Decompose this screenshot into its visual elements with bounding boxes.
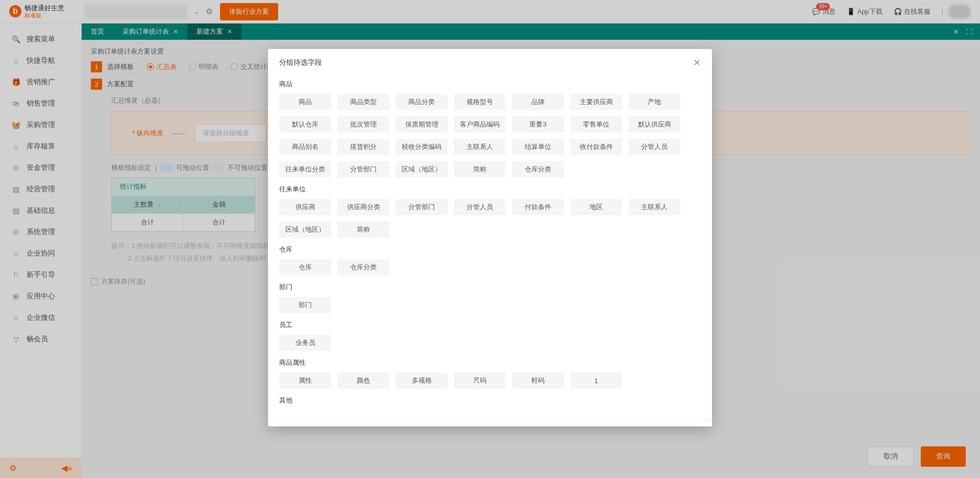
field-chip[interactable]: 保质期管理 bbox=[396, 116, 448, 133]
field-chip[interactable]: 结算单位 bbox=[512, 139, 564, 155]
field-chip[interactable]: 区域（地区） bbox=[396, 161, 448, 178]
field-chip[interactable]: 往来单位分类 bbox=[279, 161, 331, 178]
field-chip[interactable]: 分管人员 bbox=[454, 199, 506, 215]
field-chip[interactable]: 税收分类编码 bbox=[396, 139, 448, 155]
field-chip[interactable]: 主联系人 bbox=[454, 139, 506, 155]
field-chip[interactable]: 供应商分类 bbox=[337, 199, 389, 215]
field-chip[interactable]: 付款条件 bbox=[512, 199, 564, 215]
close-icon[interactable]: ✕ bbox=[693, 57, 701, 68]
field-group: 商品商品商品类型商品分类规格型号品牌主要供应商产地默认仓库批次管理保质期管理客户… bbox=[279, 80, 701, 178]
field-group-title: 其他 bbox=[279, 396, 701, 405]
field-group-title: 员工 bbox=[279, 320, 701, 330]
modal-body: 商品商品商品类型商品分类规格型号品牌主要供应商产地默认仓库批次管理保质期管理客户… bbox=[268, 77, 712, 419]
field-chip[interactable]: 商品分类 bbox=[396, 94, 448, 110]
field-picker-modal: 分组待选字段 ✕ 商品商品商品类型商品分类规格型号品牌主要供应商产地默认仓库批次… bbox=[268, 49, 712, 426]
field-chip[interactable]: 商品类型 bbox=[337, 94, 389, 110]
field-chip[interactable]: 主联系人 bbox=[628, 199, 680, 215]
field-group-title: 商品 bbox=[279, 80, 701, 89]
field-chip[interactable]: 属性 bbox=[279, 372, 331, 389]
field-group-title: 部门 bbox=[279, 283, 701, 292]
field-chip[interactable]: 批次管理 bbox=[337, 116, 389, 133]
field-chip[interactable]: 供应商 bbox=[279, 199, 331, 215]
field-chip[interactable]: 仓库 bbox=[279, 259, 331, 275]
field-group-title: 商品属性 bbox=[279, 358, 701, 367]
field-chip[interactable]: 多规格 bbox=[396, 372, 448, 389]
field-chip[interactable]: 尺码 bbox=[454, 372, 506, 389]
field-group: 其他 bbox=[279, 396, 701, 410]
field-group-title: 往来单位 bbox=[279, 185, 701, 194]
field-group: 仓库仓库仓库分类 bbox=[279, 245, 701, 275]
field-chip[interactable]: 分管部门 bbox=[337, 161, 389, 178]
field-group-title: 仓库 bbox=[279, 245, 701, 254]
field-chip[interactable]: 商品别名 bbox=[279, 139, 331, 155]
field-chip[interactable]: 默认供应商 bbox=[628, 116, 680, 133]
field-group: 员工业务员 bbox=[279, 320, 701, 351]
modal-header: 分组待选字段 ✕ bbox=[268, 49, 712, 77]
field-chip[interactable]: 零售单位 bbox=[570, 116, 622, 133]
field-chip[interactable]: 默认仓库 bbox=[279, 116, 331, 133]
field-chip[interactable]: 仓库分类 bbox=[512, 161, 564, 178]
modal-title: 分组待选字段 bbox=[279, 58, 322, 67]
field-chip[interactable]: 品牌 bbox=[512, 94, 564, 110]
field-group: 商品属性属性颜色多规格尺码鞋码1 bbox=[279, 358, 701, 389]
field-chip[interactable]: 分管人员 bbox=[628, 139, 680, 155]
field-chip[interactable]: 简称 bbox=[454, 161, 506, 178]
field-chip[interactable]: 搭货积分 bbox=[337, 139, 389, 155]
modal-hscroll[interactable] bbox=[268, 419, 712, 426]
field-chip[interactable]: 主要供应商 bbox=[570, 94, 622, 110]
field-chip[interactable]: 业务员 bbox=[279, 335, 331, 351]
field-chip[interactable]: 收付款条件 bbox=[570, 139, 622, 155]
field-chip[interactable]: 部门 bbox=[279, 297, 331, 313]
field-chip[interactable]: 产地 bbox=[628, 94, 680, 110]
field-chip[interactable]: 规格型号 bbox=[454, 94, 506, 110]
field-chip[interactable]: 商品 bbox=[279, 94, 331, 110]
field-chip[interactable]: 分管部门 bbox=[396, 199, 448, 215]
field-chip[interactable]: 重量3 bbox=[512, 116, 564, 133]
field-chip[interactable]: 客户商品编码 bbox=[454, 116, 506, 133]
field-chip[interactable]: 地区 bbox=[570, 199, 622, 215]
field-group: 部门部门 bbox=[279, 283, 701, 313]
field-chip[interactable]: 颜色 bbox=[337, 372, 389, 389]
field-chip[interactable]: 1 bbox=[570, 372, 622, 389]
field-chip[interactable]: 鞋码 bbox=[512, 372, 564, 389]
field-chip[interactable]: 简称 bbox=[337, 221, 389, 238]
field-chip[interactable]: 区域（地区） bbox=[279, 221, 331, 238]
field-chip[interactable]: 仓库分类 bbox=[337, 259, 389, 275]
field-group: 往来单位供应商供应商分类分管部门分管人员付款条件地区主联系人区域（地区）简称 bbox=[279, 185, 701, 238]
